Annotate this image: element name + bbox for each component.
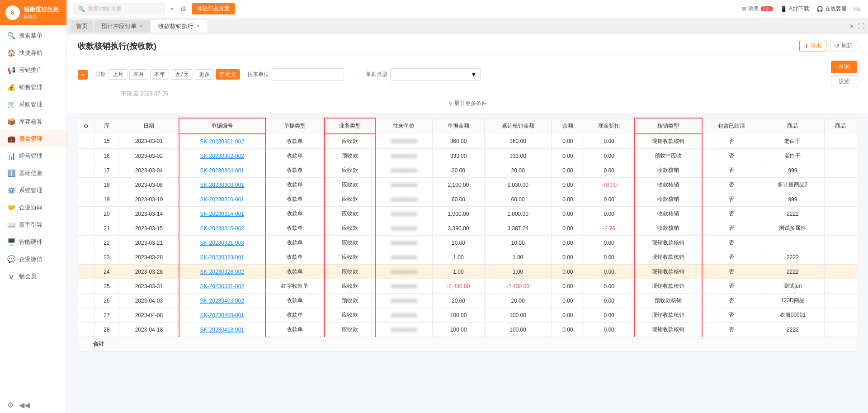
export-button[interactable]: ⬆ 导出 bbox=[799, 40, 826, 52]
cell-biz-type: 应收款 bbox=[325, 236, 375, 250]
sidebar-item-basic[interactable]: ℹ️ 基础信息 bbox=[0, 165, 66, 182]
cell-writeoff: 10.00 bbox=[484, 236, 552, 250]
doc-no-link[interactable]: SK-20230328-002 bbox=[200, 269, 244, 275]
doc-no-link[interactable]: SK-20230403-002 bbox=[200, 298, 244, 304]
cell-writeoff: 1.00 bbox=[484, 265, 552, 279]
cell-partner: ■■■■■■■■ bbox=[375, 163, 433, 178]
maximize-icon[interactable]: ⛶ bbox=[858, 23, 864, 30]
cell-settled: 否 bbox=[702, 163, 761, 178]
chevron-down-icon: ∨ bbox=[448, 100, 453, 107]
filter-date-item: 日期 上月 本月 本年 近7天 更多 自定义 bbox=[95, 69, 240, 80]
sidebar-item-system[interactable]: ⚙️ 系统管理 bbox=[0, 182, 66, 199]
cell-product2 bbox=[824, 250, 857, 265]
doc-no-link[interactable]: SK-20230321-003 bbox=[200, 240, 244, 246]
doc-type-select[interactable]: ▼ bbox=[390, 68, 481, 81]
cell-doc-no: SK-20230328-002 bbox=[179, 265, 265, 279]
sidebar-item-guide[interactable]: 📖 新手引导 bbox=[0, 216, 66, 233]
sidebar-item-nav[interactable]: 🏠 快捷导航 bbox=[0, 44, 66, 62]
sidebar-item-finance[interactable]: 💼 资金管理 bbox=[0, 130, 66, 147]
topbar-search[interactable]: 🔍 搜索功能/单据 bbox=[74, 3, 165, 15]
cell-gear bbox=[78, 279, 94, 294]
refresh-button[interactable]: ↺ 刷新 bbox=[830, 40, 857, 52]
cell-biz-type: 应收款 bbox=[325, 265, 375, 279]
doc-no-link[interactable]: SK-20230408-001 bbox=[200, 312, 244, 318]
cell-doc-no: SK-20230302-002 bbox=[179, 149, 265, 163]
table-row: 21 2023-03-15 SK-20230315-002 收款单 应收款 ■■… bbox=[78, 221, 857, 236]
cell-balance: 0.00 bbox=[552, 134, 584, 149]
table-row: 16 2023-03-02 SK-20230302-002 收款单 预收款 ■■… bbox=[78, 149, 857, 163]
cell-product1: 测试jun bbox=[761, 279, 824, 294]
setting-button[interactable]: 设置 bbox=[831, 75, 857, 88]
cell-settled: 否 bbox=[702, 279, 761, 294]
service-btn[interactable]: 🎧 在线客服 bbox=[816, 5, 847, 13]
query-button[interactable]: 查询 bbox=[831, 61, 857, 73]
sidebar-item-sales[interactable]: 💰 销售管理 bbox=[0, 79, 66, 96]
sidebar-item-member[interactable]: V 畅会员 bbox=[0, 268, 66, 285]
cell-gear bbox=[78, 192, 94, 207]
date-btn-last-month[interactable]: 上月 bbox=[108, 69, 127, 80]
sidebar-item-corp[interactable]: 🤝 企业协同 bbox=[0, 199, 66, 216]
settings-icon[interactable]: ⚙ bbox=[7, 401, 14, 409]
sidebar-item-operations[interactable]: 📊 经营管理 bbox=[0, 147, 66, 165]
sidebar-item-hardware[interactable]: 🖥️ 智能硬件 bbox=[0, 233, 66, 251]
sales-icon: 💰 bbox=[7, 83, 15, 91]
sidebar-item-purchase[interactable]: 🛒 采购管理 bbox=[0, 96, 66, 113]
date-btn-this-month[interactable]: 本月 bbox=[129, 69, 148, 80]
cell-product2 bbox=[824, 279, 857, 294]
doc-no-link[interactable]: SK-20230308-001 bbox=[200, 182, 244, 188]
date-btn-this-year[interactable]: 本年 bbox=[150, 69, 169, 80]
th-gear[interactable]: ⚙ bbox=[78, 118, 94, 134]
partner-input[interactable] bbox=[272, 68, 344, 81]
doc-no-link[interactable]: SK-20230418-001 bbox=[200, 327, 244, 333]
doc-no-link[interactable]: SK-20230314-001 bbox=[200, 211, 244, 217]
industry-btn[interactable]: 体验行业方案 bbox=[192, 3, 235, 14]
date-btn-custom[interactable]: 自定义 bbox=[216, 69, 240, 80]
cell-date: 2023-03-10 bbox=[119, 192, 179, 207]
cell-product2 bbox=[824, 236, 857, 250]
cell-product1: 2222 bbox=[761, 265, 824, 279]
payable-tab-close[interactable]: ✕ bbox=[139, 24, 143, 28]
cell-settled: 否 bbox=[702, 134, 761, 149]
topbar-gear-icon[interactable]: ⚙ bbox=[180, 5, 186, 13]
message-btn[interactable]: ✉ 消息 99+ bbox=[742, 5, 773, 13]
date-btn-more[interactable]: 更多 bbox=[195, 69, 214, 80]
export-icon: ⬆ bbox=[804, 43, 809, 49]
sidebar-item-stock[interactable]: 📦 库存核算 bbox=[0, 113, 66, 130]
doc-no-link[interactable]: SK-20230301-002 bbox=[200, 138, 244, 145]
cell-sn: 22 bbox=[94, 236, 119, 250]
cell-date: 2023-04-18 bbox=[119, 323, 179, 337]
cell-balance: 0.00 bbox=[552, 236, 584, 250]
sidebar-item-search[interactable]: 🔍 搜索菜单 bbox=[0, 27, 66, 44]
date-btn-7days[interactable]: 近7天 bbox=[171, 69, 193, 80]
tab-payable[interactable]: 预计冲应付单 ✕ bbox=[94, 20, 150, 33]
expand-arrow-btn[interactable]: » bbox=[78, 70, 88, 80]
table-row: 22 2023-03-21 SK-20230321-003 收款单 应收款 ■■… bbox=[78, 236, 857, 250]
cell-gear bbox=[78, 236, 94, 250]
expand-more-btn[interactable]: ∨ 展开更多条件 bbox=[448, 100, 487, 107]
app-download-btn[interactable]: 📱 App下载 bbox=[780, 5, 809, 13]
doc-no-link[interactable]: SK-20230310-001 bbox=[200, 196, 244, 203]
dropdown-icon[interactable]: ▼ bbox=[170, 6, 175, 11]
sidebar-item-wechat[interactable]: 💬 企业微信 bbox=[0, 251, 66, 268]
topbar-actions: ✉ 消息 99+ 📱 App下载 🎧 在线客服 Rit bbox=[742, 5, 861, 13]
collapse-icon[interactable]: ◀◀ bbox=[19, 401, 30, 409]
doc-no-link[interactable]: SK-20230304-001 bbox=[200, 167, 244, 174]
cell-balance: 0.00 bbox=[552, 149, 584, 163]
page-content: 收款核销执行(按收款) ⬆ 导出 ↺ 刷新 » 日期 bbox=[67, 34, 868, 413]
sidebar-item-marketing[interactable]: 📢 营销推广 bbox=[0, 62, 66, 79]
doc-no-link[interactable]: SK-20230302-002 bbox=[200, 153, 244, 159]
doc-no-link[interactable]: SK-20230331-002 bbox=[200, 283, 244, 290]
cell-date: 2023-03-04 bbox=[119, 163, 179, 178]
table-row: 23 2023-03-28 SK-20230328-001 收款单 应收款 ■■… bbox=[78, 250, 857, 265]
cell-balance: 0.00 bbox=[552, 294, 584, 308]
tab-writeoff[interactable]: 收款核销执行 ✕ bbox=[151, 20, 207, 33]
close-window-icon[interactable]: ✕ bbox=[849, 23, 854, 30]
table-header: ⚙ 序 日期 单据编号 单据类型 业务类型 往来单位 单据金额 累计核销金额 余… bbox=[78, 118, 857, 134]
doc-no-link[interactable]: SK-20230315-002 bbox=[200, 225, 244, 232]
cell-sn: 19 bbox=[94, 192, 119, 207]
tab-home[interactable]: 首页 bbox=[71, 20, 93, 33]
writeoff-tab-close[interactable]: ✕ bbox=[196, 24, 200, 28]
cell-settled: 否 bbox=[702, 149, 761, 163]
sidebar-logo: 6 畅康道好生意 标推版 bbox=[0, 0, 66, 25]
doc-no-link[interactable]: SK-20230328-001 bbox=[200, 254, 244, 261]
